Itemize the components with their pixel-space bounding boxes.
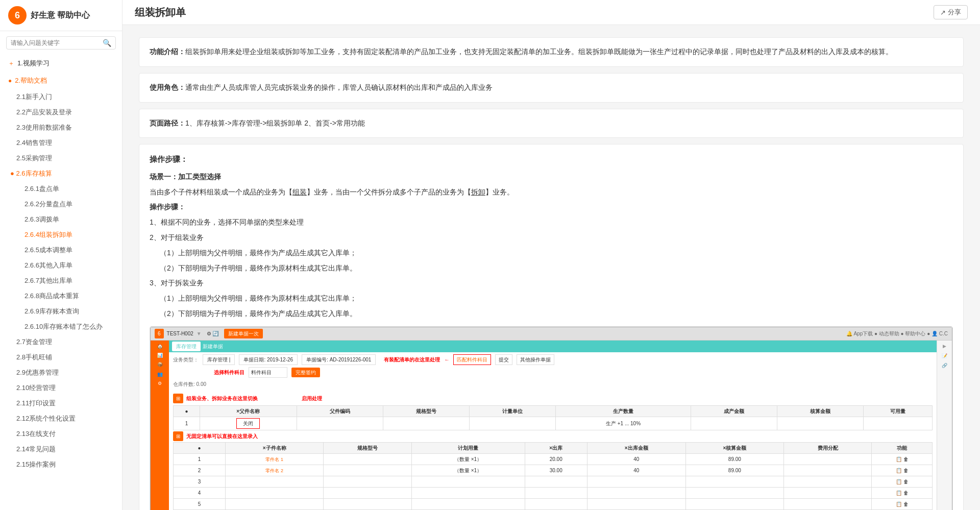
ss-th-7: 核算金额 — [777, 405, 864, 417]
sidebar-item-2-2[interactable]: 2.2产品安装及登录 — [0, 105, 122, 120]
ss-th-8: 可用量 — [864, 405, 933, 417]
sidebar-item-2-6-4[interactable]: 2.6.4组装拆卸单 — [0, 227, 122, 242]
ss-th-3: 规格型号 — [383, 405, 469, 417]
ss-parent-item[interactable]: 关闭 — [236, 418, 260, 429]
sidebar-item-2-6-6[interactable]: 2.6.6其他入库单 — [0, 258, 122, 273]
ss-annotation-row: 选择料件科目 料件科目 完整签约 — [173, 367, 933, 378]
sidebar-item-2-8[interactable]: 2.8手机旺铺 — [0, 350, 122, 365]
annotation-4: 启用处理 — [302, 394, 322, 403]
ss-th-2: 父件编码 — [297, 405, 383, 417]
steps-card: 操作步骤： 场景一：加工类型选择 当由多个子件材料组装成一个成品的业务为【组装】… — [139, 144, 964, 510]
search-box[interactable]: 🔍 — [6, 36, 116, 50]
ss-nav-icons: ⚙ 🔄 — [207, 329, 219, 338]
ss-lower-th-4: ×出库 — [525, 442, 587, 453]
ss-action-btn2[interactable]: 其他操作单据 — [517, 354, 554, 365]
sidebar-item-2-6-8[interactable]: 2.6.8商品成本重算 — [0, 288, 122, 304]
step2-1: （1）上部明细为父件明细，最终作为产成品生成其它入库单； — [150, 247, 953, 259]
ss-tab-2[interactable]: 新建单据 — [203, 342, 223, 351]
main-area: 组装拆卸单 ↗ 分享 功能介绍：组装拆卸单用来处理企业组装或拆卸等加工业务，支持… — [122, 0, 980, 510]
search-input[interactable] — [11, 39, 103, 46]
ss-lower-row-1: 1 零件名 1 （数量 ×1） 20.00 40 89.00 — [174, 453, 933, 465]
ss-lower-th-5: ×出库金额 — [587, 442, 685, 453]
step1: 1、根据不同的业务，选择不同单据的类型来处理 — [150, 216, 953, 229]
ss-th-1: ×父件名称 — [200, 405, 297, 417]
annotation-5: 无固定清单可以直接在这里录入 — [186, 432, 258, 441]
content-area: 功能介绍：组装拆卸单用来处理企业组装或拆卸等加工业务，支持有固定装配清单的产品加… — [122, 25, 980, 510]
ss-tabbar: 库存管理 新建单据 — [169, 341, 937, 352]
ss-topright: 🔔 App下载 ● 动态帮助 ● 帮助中心 ● 👤 C.C — [846, 329, 948, 338]
sidebar-item-2-1[interactable]: 2.1新手入门 — [0, 89, 122, 105]
sidebar-item-2-6[interactable]: ● 2.6库存核算 — [0, 166, 122, 181]
ss-lower-row-3: 3📋 🗑 — [174, 476, 933, 488]
ss-lower-th-1: ×子件名称 — [225, 442, 324, 453]
ss-tab-active[interactable]: 库存管理 — [172, 342, 201, 351]
sidebar-item-2-12[interactable]: 2.12系统个性化设置 — [0, 411, 122, 426]
ss-type-select[interactable]: 库存管理 | — [203, 354, 235, 365]
sidebar-item-2-4[interactable]: 2.4销售管理 — [0, 135, 122, 151]
sidebar-item-2-6-5[interactable]: 2.6.5成本调整单 — [0, 242, 122, 258]
search-icon[interactable]: 🔍 — [103, 39, 111, 47]
ss-th-0: ● — [174, 405, 200, 417]
sidebar-item-2-6-9[interactable]: 2.6.9库存账本查询 — [0, 304, 122, 319]
path-card: 页面路径：1、库存核算->库存管理->组装拆卸单 2、首页->常用功能 — [139, 109, 964, 138]
sidebar-item-2-6-10[interactable]: 2.6.10库存账本错了怎么办 — [0, 319, 122, 334]
path-label: 页面路径： — [150, 119, 185, 127]
ss-row-1: 1 关闭 生产 +1 ... 10% — [174, 417, 933, 430]
ss-lower-th-0: ● — [174, 442, 226, 453]
page-title: 组装拆卸单 — [135, 6, 186, 19]
ss-th-5: 生产数量 — [555, 405, 691, 417]
sidebar-item-2-11[interactable]: 2.11打印设置 — [0, 396, 122, 411]
ss-toggle-icon[interactable]: ⊞ — [173, 394, 183, 403]
ss-order-no[interactable]: 单据编号: AD-20191226-001 — [302, 354, 376, 365]
ss-logo: 6 — [155, 329, 164, 338]
sidebar-header: 6 好生意 帮助中心 — [0, 0, 122, 31]
share-icon: ↗ — [940, 9, 946, 16]
sidebar-item-1[interactable]: ＋ 1.视频学习 — [0, 55, 122, 72]
ss-type-label: 业务类型： — [173, 355, 199, 364]
ss-match-btn[interactable]: 匹配料件科目 — [453, 354, 491, 365]
op-steps-label: 操作步骤： — [150, 153, 953, 166]
sidebar-item-2[interactable]: ● 2.帮助文档 2.1新手入门 2.2产品安装及登录 2.3使用前数据准备 2… — [0, 72, 122, 472]
ss-side-icons: 🏠📊📦👥⚙ — [151, 341, 169, 510]
sidebar-item-2-15[interactable]: 2.15操作案例 — [0, 457, 122, 472]
sidebar: 6 好生意 帮助中心 🔍 ＋ 1.视频学习 ● 2.帮助文档 2.1新手入门 2… — [0, 0, 122, 510]
step2: 2、对于组装业务 — [150, 232, 953, 244]
scene1-label: 场景一：加工类型选择 — [150, 171, 953, 183]
op-steps2-label: 操作步骤： — [150, 201, 953, 213]
intro-label: 功能介绍： — [150, 47, 185, 56]
step3: 3、对于拆装业务 — [150, 277, 953, 289]
sidebar-item-2-9[interactable]: 2.9优惠券管理 — [0, 365, 122, 380]
ss-toggle-row: ⊞ 组装业务、拆卸业务在这里切换 启用处理 — [169, 393, 937, 404]
ss-row2: 仓库件数: 0.00 — [173, 380, 933, 388]
sidebar-item-2-6-1[interactable]: 2.6.1盘点单 — [0, 181, 122, 197]
ss-lower-icon: ⊞ — [173, 431, 183, 441]
ss-date[interactable]: 单据日期: 2019-12-26 — [239, 354, 298, 365]
intro-text: 组装拆卸单用来处理企业组装或拆卸等加工业务，支持有固定装配清单的产品加工业务，也… — [185, 47, 893, 56]
sidebar-item-2-3[interactable]: 2.3使用前数据准备 — [0, 120, 122, 135]
role-card: 使用角色：通常由生产人员或库管人员完成拆装业务的操作，库管人员确认原材料的出库和… — [139, 73, 964, 103]
ss-upper-table: ● ×父件名称 父件编码 规格型号 计量单位 生产数量 成产金额 核算金额 — [169, 405, 937, 430]
ss-new-order-btn[interactable]: 新建单据一次 — [224, 329, 263, 338]
sidebar-item-2-14[interactable]: 2.14常见问题 — [0, 442, 122, 457]
sidebar-item-2-6-3[interactable]: 2.6.3调拨单 — [0, 212, 122, 227]
sidebar-item-2-6-7[interactable]: 2.6.7其他出库单 — [0, 273, 122, 288]
sidebar-item-label-1: 1.视频学习 — [17, 59, 50, 68]
sidebar-item-2-10[interactable]: 2.10经营管理 — [0, 380, 122, 396]
sidebar-item-2-13[interactable]: 2.13在线支付 — [0, 426, 122, 442]
expand-icon-1: ＋ — [8, 59, 14, 68]
sidebar-item-2-5[interactable]: 2.5采购管理 — [0, 151, 122, 166]
topbar: 组装拆卸单 ↗ 分享 — [122, 0, 980, 25]
ss-action-btn[interactable]: 提交 — [495, 354, 512, 365]
ss-lower-th-2: 规格型号 — [324, 442, 411, 453]
ss-keji-input[interactable]: 料件科目 — [249, 367, 287, 378]
scene1-desc: 当由多个子件材料组装成一个成品的业务为【组装】业务，当由一个父件拆分成多个子产品… — [150, 186, 953, 199]
screenshot: 6 TEST-H002 ▼ ⚙ 🔄 新建单据一次 🔔 App下载 ● 动态帮助 … — [150, 327, 952, 510]
sidebar-item-2-7[interactable]: 2.7资金管理 — [0, 334, 122, 350]
ss-th-6: 成产金额 — [691, 405, 777, 417]
share-button[interactable]: ↗ 分享 — [934, 5, 968, 19]
step3-2: （2）下部明细为子件明细，最终作为产成品生成其它入库单。 — [150, 308, 953, 320]
arrow-1: ← — [444, 355, 449, 364]
sidebar-item-2-6-2[interactable]: 2.6.2分量盘点单 — [0, 197, 122, 212]
ss-confirm-btn[interactable]: 完整签约 — [291, 368, 320, 377]
sub-list-2: 2.1新手入门 2.2产品安装及登录 2.3使用前数据准备 2.4销售管理 2.… — [0, 89, 122, 472]
